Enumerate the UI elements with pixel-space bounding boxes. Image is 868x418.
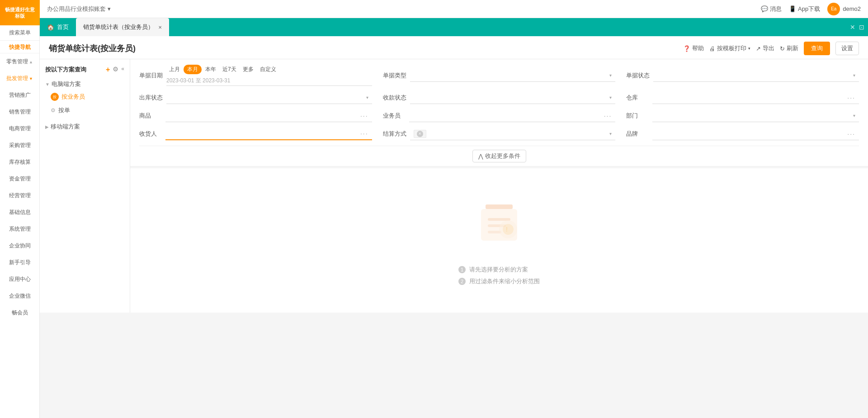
help-btn[interactable]: ❓ 帮助 [683, 44, 704, 52]
date-tab-more[interactable]: 更多 [240, 65, 256, 74]
date-tab-cur-year[interactable]: 本年 [203, 65, 219, 74]
consignee-select[interactable]: ··· [165, 128, 372, 140]
settings-button[interactable]: 设置 [835, 42, 859, 55]
schema-item-by-order[interactable]: ⚙ 按单 [40, 104, 130, 117]
salesperson-dots: ··· [604, 112, 612, 119]
out-status-arrow-icon: ▾ [366, 95, 368, 100]
empty-hint-1: 1 请先选择要分析的方案 [458, 266, 540, 274]
filter-row-4: 收货人 ··· 结算方式 × [139, 128, 859, 140]
salesperson-select[interactable]: ··· [409, 109, 616, 122]
sidebar-item-inventory[interactable]: 库存核算 [0, 154, 39, 171]
sidebar-item-system[interactable]: 系统管理 [0, 221, 39, 238]
filter-out-status: 出库状态 ▾ [139, 91, 372, 104]
goods-dots: ··· [360, 112, 368, 119]
tab-home[interactable]: 🏠 首页 [40, 18, 76, 36]
message-btn[interactable]: 💬 消息 [761, 5, 782, 13]
date-tab-custom[interactable]: 自定义 [257, 65, 279, 74]
dept-select[interactable]: ▾ [652, 109, 859, 122]
sidebar-item-member[interactable]: 畅会员 [0, 304, 39, 321]
close-window-icon[interactable]: ✕ [850, 24, 855, 31]
arrow-down-icon: ▼ [29, 76, 33, 81]
date-range-display: 2023-03-01 至 2023-03-31 [166, 76, 372, 86]
sidebar-item-wholesale[interactable]: 批发管理 ▼ [0, 70, 39, 87]
filter-brand: 品牌 ··· [626, 128, 859, 140]
collapse-schema-icon[interactable]: « [121, 66, 124, 74]
date-tab-7days[interactable]: 近7天 [220, 65, 239, 74]
date-tab-prev-month[interactable]: 上月 [166, 65, 183, 74]
sidebar-item-retail[interactable]: 零售管理 ▲ [0, 53, 39, 70]
settings-schema-icon[interactable]: ⚙ [113, 66, 118, 74]
breadcrumb: 办公用品行业模拟账套 ▾ [47, 5, 755, 13]
doc-status-arrow-icon: ▾ [853, 73, 855, 78]
search-menu[interactable]: 搜索菜单 [0, 25, 39, 41]
doc-status-select[interactable]: ▾ [653, 69, 859, 82]
sidebar-item-ecommerce[interactable]: 电商管理 [0, 120, 39, 137]
sidebar-item-newuser[interactable]: 新手引导 [0, 254, 39, 271]
filter-row-2: 出库状态 ▾ 收款状态 ▾ [139, 91, 859, 104]
schema-panel-icons: + ⚙ « [106, 66, 124, 74]
filter-settlement: 结算方式 × ▾ [383, 128, 616, 140]
brand-dots: ··· [847, 130, 855, 138]
add-schema-icon[interactable]: + [106, 66, 110, 74]
sidebar-item-marketing[interactable]: 营销推广 [0, 87, 39, 104]
left-sidebar: 畅捷通好生意 标版 搜索菜单 快捷导航 零售管理 ▲ 批发管理 ▼ 营销推广 销… [0, 0, 40, 418]
empty-hints: 1 请先选择要分析的方案 2 用过滤条件来缩小分析范围 [458, 266, 540, 285]
mobile-group-expand-icon: ▶ [45, 124, 49, 129]
sidebar-item-operations[interactable]: 经营管理 [0, 187, 39, 204]
tab-sales-report[interactable]: 销货单统计表（按业务员） ✕ [76, 18, 169, 36]
date-filter-control: 上月 本月 本年 近7天 更多 自定义 2023-03-01 至 2023-03… [166, 65, 372, 86]
user-profile-btn[interactable]: Ea demo2 [827, 3, 861, 15]
page-content: 销货单统计表(按业务员) ❓ 帮助 🖨 按模板打印 ▾ ↗ 导出 [40, 36, 868, 418]
warehouse-dots: ··· [847, 94, 855, 101]
settlement-tag-close[interactable]: × [417, 131, 423, 137]
sidebar-item-apps[interactable]: 应用中心 [0, 271, 39, 288]
filter-doc-type: 单据类型 ▾ [383, 65, 616, 86]
filter-consignee: 收货人 ··· [139, 128, 372, 140]
svg-rect-1 [486, 204, 513, 209]
collapse-btn[interactable]: ⋀ 收起更多条件 [472, 150, 526, 162]
filter-row-1: 单据日期 上月 本月 本年 近7天 更多 自定义 [139, 65, 859, 86]
logo-text: 畅捷通好生意 标版 [5, 6, 35, 19]
brand-select[interactable]: ··· [652, 128, 859, 140]
mobile-group-title[interactable]: ▶ 移动端方案 [40, 121, 130, 133]
help-icon: ❓ [683, 45, 690, 52]
query-button[interactable]: 查询 [804, 42, 830, 55]
svg-text:!: ! [506, 226, 508, 233]
download-icon: 📱 [789, 5, 796, 12]
sidebar-item-sales[interactable]: 销售管理 [0, 104, 39, 120]
page-actions: ❓ 帮助 🖨 按模板打印 ▾ ↗ 导出 ↻ 刷新 [683, 42, 859, 55]
print-btn[interactable]: 🖨 按模板打印 ▾ [709, 44, 750, 52]
desktop-group-title[interactable]: ▼ 电脑端方案 [40, 78, 130, 90]
warehouse-select[interactable]: ··· [652, 91, 859, 104]
sidebar-item-basic[interactable]: 基础信息 [0, 204, 39, 221]
tab-close-icon[interactable]: ✕ [158, 25, 162, 30]
schema-panel-title: 按以下方案查询 + ⚙ « [40, 63, 130, 76]
export-btn[interactable]: ↗ 导出 [756, 44, 774, 52]
tab-window-controls: ✕ ⊡ [850, 24, 864, 31]
tabbar: 🏠 首页 销货单统计表（按业务员） ✕ ✕ ⊡ [40, 18, 868, 36]
filter-receipt-status: 收款状态 ▾ [383, 91, 616, 104]
settlement-select[interactable]: × ▾ [410, 128, 616, 140]
sidebar-item-enterprise[interactable]: 企业协同 [0, 238, 39, 254]
goods-select[interactable]: ··· [165, 109, 372, 122]
message-icon: 💬 [761, 5, 768, 12]
maximize-icon[interactable]: ⊡ [859, 24, 864, 31]
app-download-btn[interactable]: 📱 App下载 [789, 5, 820, 13]
arrow-icon: ▲ [29, 60, 33, 64]
schema-group-mobile: ▶ 移动端方案 [40, 119, 130, 134]
collapse-icon: ⋀ [478, 153, 483, 160]
empty-state: ! 1 请先选择要分析的方案 2 用过滤条件来缩小分析范围 [130, 168, 868, 313]
sidebar-item-wechat[interactable]: 企业微信 [0, 288, 39, 304]
filter-row-3: 商品 ··· 业务员 ··· [139, 109, 859, 122]
sidebar-item-finance[interactable]: 资金管理 [0, 171, 39, 187]
schema-item-by-salesperson[interactable]: 按 按业务员 [40, 90, 130, 104]
receipt-status-select[interactable]: ▾ [410, 91, 616, 104]
out-status-select[interactable]: ▾ [166, 91, 372, 104]
date-tab-cur-month[interactable]: 本月 [184, 65, 202, 74]
schema-group-desktop: ▼ 电脑端方案 按 按业务员 ⚙ 按单 [40, 76, 130, 119]
sidebar-item-purchase[interactable]: 采购管理 [0, 137, 39, 154]
quick-nav[interactable]: 快捷导航 [0, 41, 39, 53]
app-logo[interactable]: 畅捷通好生意 标版 [0, 0, 40, 25]
refresh-btn[interactable]: ↻ 刷新 [780, 44, 798, 52]
doc-type-select[interactable]: ▾ [410, 69, 616, 82]
